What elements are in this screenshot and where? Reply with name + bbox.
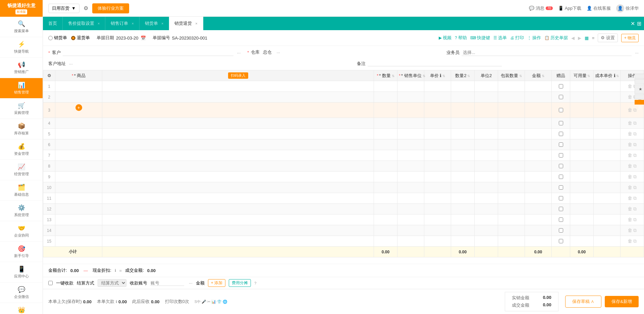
product-cell[interactable] (55, 118, 102, 129)
avail-sort-icon[interactable]: ⇅ (587, 74, 590, 78)
qty2-cell[interactable] (451, 236, 475, 247)
qty2-cell[interactable] (451, 81, 475, 92)
price-cell[interactable] (424, 193, 451, 204)
gift-checkbox[interactable] (559, 239, 563, 243)
app-download-item[interactable]: 📱 App下载 (558, 5, 581, 11)
price-cell[interactable] (424, 172, 451, 182)
gift-cell[interactable] (552, 172, 570, 182)
pkg-cell[interactable] (498, 81, 525, 92)
unit-cell[interactable] (397, 139, 424, 150)
qty-cell[interactable] (374, 214, 397, 225)
pkg-cell[interactable] (498, 129, 525, 139)
unit-sort-icon[interactable]: ⇅ (422, 74, 425, 78)
tab-price-close-icon[interactable]: × (98, 21, 100, 25)
industry-select[interactable]: 日用百货 ▼ (48, 4, 79, 13)
product-cell[interactable] (55, 225, 102, 236)
sidebar-item-apps[interactable]: 📱 应用中心 (0, 262, 43, 282)
pkg-cell[interactable] (498, 150, 525, 161)
gift-cell[interactable] (552, 225, 570, 236)
unit-cell[interactable] (397, 214, 424, 225)
unit-cell[interactable] (397, 182, 424, 193)
copy-icon[interactable]: ⧉ (633, 195, 637, 201)
pkg-cell[interactable] (498, 118, 525, 129)
fee-split-btn[interactable]: 费用分摊 (229, 279, 251, 287)
sidebar-item-operations[interactable]: 📈 经营管理 (0, 160, 43, 180)
right-float-img[interactable]: 图 (635, 74, 644, 78)
delete-icon[interactable]: 🗑 (628, 185, 632, 190)
delete-icon[interactable]: 🗑 (628, 217, 632, 222)
gift-checkbox[interactable] (559, 132, 563, 136)
gift-checkbox[interactable] (559, 121, 563, 125)
price-cell[interactable] (424, 118, 451, 129)
qty-cell[interactable] (374, 236, 397, 247)
tab-sales-return[interactable]: 销货退货 × (169, 17, 203, 30)
warehouse-select-icon[interactable]: ··· (276, 50, 280, 55)
sidebar-item-system[interactable]: ⚙️ 系统管理 (0, 201, 43, 221)
pkg-cell[interactable] (498, 182, 525, 193)
product-cell[interactable] (55, 129, 102, 139)
gift-cell[interactable] (552, 81, 570, 92)
gift-cell[interactable] (552, 204, 570, 214)
gift-cell[interactable] (552, 193, 570, 204)
product-cell[interactable] (55, 193, 102, 204)
delete-icon[interactable]: 🗑 (628, 142, 632, 147)
gift-checkbox[interactable] (559, 185, 563, 190)
price-cell[interactable] (424, 92, 451, 103)
pkg-cell[interactable] (498, 92, 525, 103)
radio-sales-delivery[interactable]: 销货单 (48, 35, 67, 41)
grid-view-icon[interactable]: ▦ (585, 36, 589, 41)
gift-cell[interactable] (552, 236, 570, 247)
amount-cell[interactable] (525, 161, 552, 172)
product-cell[interactable] (55, 172, 102, 182)
qty2-cell[interactable] (451, 161, 475, 172)
sidebar-item-enterprise[interactable]: 🤝 企业协同 (0, 221, 43, 242)
pkg-cell[interactable] (498, 214, 525, 225)
sidebar-item-member[interactable]: 👑 畅会员 (0, 303, 43, 314)
gift-cell[interactable] (552, 129, 570, 139)
cost-sort-icon[interactable]: ⇅ (615, 74, 619, 78)
gift-checkbox[interactable] (559, 95, 563, 99)
gift-cell[interactable] (552, 182, 570, 193)
price-cell[interactable] (424, 129, 451, 139)
qty-cell[interactable] (374, 129, 397, 139)
copy-icon[interactable]: ⧉ (633, 142, 637, 147)
amount-cell[interactable] (525, 193, 552, 204)
product-cell[interactable] (55, 92, 102, 103)
price-cell[interactable] (424, 236, 451, 247)
history-tool[interactable]: 📋 历史单据 (544, 35, 568, 41)
qty-sort-icon[interactable]: ⇅ (391, 74, 394, 78)
remarks-input[interactable] (368, 61, 502, 66)
amount-cell[interactable] (525, 204, 552, 214)
gift-cell[interactable] (552, 103, 570, 118)
save-new-button[interactable]: 保存&新增 (605, 296, 639, 307)
customer-input[interactable] (63, 49, 233, 56)
unit-cell[interactable] (397, 150, 424, 161)
operation-tool[interactable]: ⋮ 操作 (527, 35, 541, 41)
qty2-cell[interactable] (451, 103, 475, 118)
calc-method-select[interactable]: 结算方式 (98, 279, 126, 287)
copy-icon[interactable]: ⧉ (633, 238, 637, 244)
save-draft-button[interactable]: 保存草稿 ∧ (565, 296, 602, 308)
unit-cell[interactable] (397, 193, 424, 204)
right-float-link[interactable]: 口 (635, 95, 644, 99)
gift-checkbox[interactable] (559, 217, 563, 222)
copy-icon[interactable]: ⧉ (633, 152, 637, 158)
gift-checkbox[interactable] (559, 175, 563, 179)
qty2-cell[interactable] (451, 150, 475, 161)
copy-icon[interactable]: ⧉ (633, 217, 637, 222)
qty2-cell[interactable] (451, 225, 475, 236)
gift-checkbox[interactable] (559, 207, 563, 211)
delete-icon[interactable]: 🗑 (628, 238, 632, 244)
tab-home[interactable]: 首页 (43, 17, 63, 30)
unit-cell[interactable] (397, 92, 424, 103)
qty-cell[interactable] (374, 150, 397, 161)
salesperson-select-icon[interactable]: ··· (635, 50, 639, 55)
amount-sort-icon[interactable]: ⇅ (541, 74, 544, 78)
video-tool[interactable]: ▶ 视频 (439, 35, 451, 41)
discount-info-icon[interactable]: ℹ (115, 268, 116, 273)
price-cell[interactable] (424, 214, 451, 225)
price-cell[interactable] (424, 225, 451, 236)
amount-cell[interactable] (525, 92, 552, 103)
sidebar-item-guide[interactable]: 🎯 新手引导 (0, 242, 43, 262)
price-sort-icon[interactable]: ⇅ (441, 74, 445, 78)
